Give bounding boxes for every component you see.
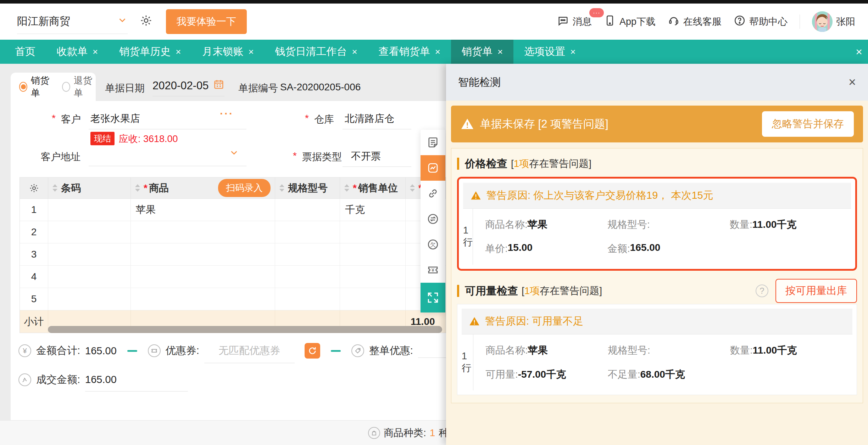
cell-barcode[interactable]	[48, 221, 131, 243]
headset-icon	[668, 15, 680, 29]
warehouse-value[interactable]: 北清路店仓	[345, 112, 394, 125]
app-download-menu[interactable]: App下载	[604, 15, 656, 29]
tab-sales-order[interactable]: 销货单×	[451, 40, 513, 64]
order-discount-label: 整单优惠:	[369, 344, 413, 358]
banner-text: 单据未保存 [2 项警告问题]	[480, 117, 608, 131]
help-center-menu[interactable]: 帮助中心	[734, 15, 788, 29]
exchange-icon[interactable]	[421, 206, 445, 232]
ignore-and-save-button[interactable]: 忽略警告并保存	[762, 111, 854, 137]
help-icon[interactable]: ?	[756, 285, 768, 297]
kinds-value: 1	[430, 427, 435, 439]
tab-home[interactable]: 首页	[4, 40, 46, 64]
cell-product[interactable]	[131, 288, 275, 310]
cell-product[interactable]	[131, 266, 275, 288]
close-icon[interactable]: ×	[352, 46, 357, 57]
coupon-input[interactable]: 无匹配优惠券	[204, 344, 295, 363]
address-underline[interactable]	[89, 166, 246, 166]
ticket-icon	[148, 344, 161, 357]
expand-icon[interactable]	[421, 283, 445, 312]
owe-icon[interactable]: 欠	[421, 232, 445, 257]
close-icon[interactable]: ×	[570, 46, 575, 57]
sort-icon[interactable]	[52, 184, 57, 192]
check-sections: 价格检查 [1项存在警告问题] 警告原因: 你上次与该客户交易价格19， 本次1…	[451, 148, 863, 403]
availability-check-title: 可用量检查 [1项存在警告问题] ? 按可用量出库	[457, 281, 857, 300]
radio-return-order[interactable]: 退货单	[62, 74, 96, 99]
panel-close-icon[interactable]: ×	[848, 75, 856, 90]
customer-label: 客户	[61, 113, 81, 126]
col-header-unit[interactable]: *销售单位	[340, 178, 406, 199]
total-label: 金额合计:	[36, 344, 80, 358]
row-label: 1行	[463, 209, 473, 265]
tabbar-close-icon[interactable]: ×	[856, 40, 862, 64]
ship-by-available-button[interactable]: 按可用量出库	[775, 279, 857, 303]
online-service-menu[interactable]: 在线客服	[668, 15, 722, 29]
final-label: 成交金额:	[36, 373, 80, 387]
app-download-label: App下载	[619, 15, 656, 28]
cell-spec[interactable]	[275, 199, 340, 221]
number-value: SA-20200205-006	[280, 81, 361, 93]
chevron-down-icon[interactable]	[229, 147, 239, 160]
cell-product[interactable]	[131, 243, 275, 266]
cell-spec[interactable]	[275, 288, 340, 310]
cell-unit[interactable]: 千克	[340, 199, 406, 221]
customer-value[interactable]: 老张水果店	[90, 112, 140, 125]
tab-sales-history[interactable]: 销货单历史×	[108, 40, 191, 64]
close-icon[interactable]: ×	[93, 46, 98, 57]
warning-reason: 警告原因: 你上次与该客户交易价格19， 本次15元	[486, 188, 713, 203]
tab-option-settings[interactable]: 选项设置×	[513, 40, 586, 64]
notes-icon[interactable]	[421, 130, 445, 155]
cell-spec[interactable]	[275, 221, 340, 243]
close-icon[interactable]: ×	[176, 46, 181, 57]
cell-unit[interactable]	[340, 221, 406, 243]
radio-sales-order[interactable]: 销货单	[19, 74, 53, 99]
coupon-icon[interactable]: ¥	[421, 257, 445, 283]
required-star: *	[293, 150, 297, 162]
col-header-product[interactable]: *商品 扫码录入	[131, 178, 275, 199]
col-header-spec[interactable]: 规格型号	[275, 178, 340, 199]
gear-icon[interactable]	[140, 14, 152, 29]
tab-month-lock[interactable]: 月末锁账×	[191, 40, 264, 64]
cell-unit[interactable]	[340, 266, 406, 288]
date-field[interactable]: 2020-02-05	[152, 79, 224, 96]
cell-barcode[interactable]	[48, 199, 131, 221]
customer-underline	[89, 129, 246, 129]
warehouse-underline	[343, 129, 411, 129]
cell-barcode[interactable]	[48, 243, 131, 266]
tab-view-sales-order[interactable]: 查看销货单×	[368, 40, 451, 64]
cell-barcode[interactable]	[48, 266, 131, 288]
sort-icon[interactable]	[344, 184, 349, 192]
link-icon[interactable]	[421, 181, 445, 206]
tab-daily-workbench[interactable]: 钱货日清工作台×	[265, 40, 368, 64]
close-icon[interactable]: ×	[497, 46, 503, 57]
final-value: 165.00	[85, 374, 188, 392]
horizontal-scrollbar[interactable]	[48, 326, 442, 333]
invoice-value[interactable]: 不开票	[351, 150, 381, 163]
warning-row: 警告原因: 可用量不足	[462, 309, 852, 334]
messages-menu[interactable]: 消息 ···	[557, 15, 592, 29]
cell-unit[interactable]	[340, 288, 406, 310]
sort-icon[interactable]	[410, 184, 415, 192]
close-icon[interactable]: ×	[435, 46, 440, 57]
cell-spec[interactable]	[275, 243, 340, 266]
cell-product[interactable]	[131, 221, 275, 243]
cell-spec[interactable]	[275, 266, 340, 288]
experience-button[interactable]: 我要体验一下	[166, 9, 247, 34]
bag-icon	[368, 427, 380, 439]
smart-check-icon[interactable]	[421, 155, 445, 181]
refresh-coupon-button[interactable]	[305, 343, 320, 359]
sort-icon[interactable]	[135, 184, 140, 192]
tab-receipt[interactable]: 收款单×	[46, 40, 108, 64]
cell-unit[interactable]	[340, 243, 406, 266]
cell-barcode[interactable]	[48, 288, 131, 310]
panel-title: 智能检测	[458, 75, 501, 90]
sort-icon[interactable]	[279, 184, 284, 192]
cell-product[interactable]: 苹果	[131, 199, 275, 221]
user-menu[interactable]: 张阳	[812, 11, 855, 32]
grid-settings-gear-icon[interactable]	[20, 178, 48, 199]
customer-more-icon[interactable]: ···	[220, 108, 234, 120]
col-header-barcode[interactable]: 条码	[48, 178, 131, 199]
row-number: 4	[20, 266, 48, 288]
company-selector[interactable]: 阳江新商贸	[17, 9, 128, 34]
close-icon[interactable]: ×	[248, 46, 254, 57]
scan-entry-button[interactable]: 扫码录入	[218, 179, 271, 197]
